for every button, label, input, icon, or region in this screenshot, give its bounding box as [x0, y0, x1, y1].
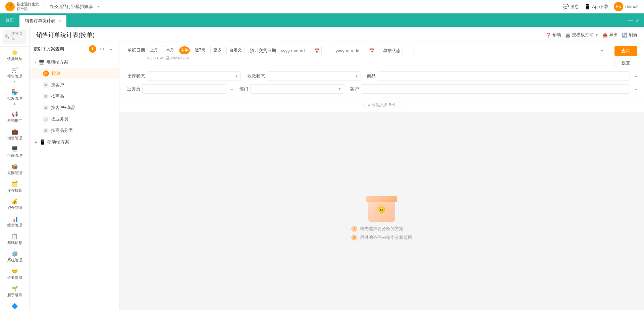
sidebar: 🔍 搜索菜单 ⭐ 快捷导航 🛒 零售管理 ▾ 🏪 批发管理 ▴ 📢 营销: [0, 27, 30, 310]
goods-filter-group: 商品 ···: [366, 71, 637, 81]
tree-item-by-customer[interactable]: ⊞ 按客户: [30, 79, 119, 91]
date-btn-thisyear[interactable]: 本年: [179, 46, 190, 54]
sidebar-item-system[interactable]: ⚙️ 系统管理: [0, 248, 29, 265]
page-title: 销售订单统计表(按单): [36, 31, 95, 39]
filter-settings-button[interactable]: 设置: [614, 58, 637, 68]
tree-item-by-order[interactable]: 按 按单: [30, 68, 119, 79]
sidebar-item-retail[interactable]: 🛒 零售管理 ▾: [0, 64, 29, 86]
page-actions: ❓ 帮助 🖨️ 按模板打印 ▼ 📤 导出 🔄 刷新: [546, 32, 637, 38]
tab-active[interactable]: 销售订单统计表 ×: [19, 15, 66, 27]
date-btn-thismonth[interactable]: 本月: [163, 46, 177, 54]
help-icon: ❓: [546, 33, 551, 38]
left-panel-add-button[interactable]: +: [89, 45, 96, 53]
goods-label: 商品: [366, 73, 376, 79]
salesperson-group: 业务员 ···: [126, 84, 233, 94]
export-button[interactable]: 📤 导出: [602, 32, 618, 38]
left-panel-collapse-button[interactable]: «: [108, 45, 115, 53]
expected-date-from-input[interactable]: [278, 46, 322, 55]
print-button[interactable]: 🖨️ 按模板打印 ▼: [565, 32, 598, 38]
tree-item-by-category[interactable]: ⊞ 按商品分类: [30, 125, 119, 136]
sidebar-item-purchase[interactable]: 📦 采购管理: [0, 161, 29, 178]
inventory-label: 库存核算: [7, 188, 22, 193]
sidebar-item-enterprise[interactable]: 🤝 企业协同: [0, 265, 29, 283]
tree-parent-desktop[interactable]: ▾ 🖥️ 电脑端方案: [30, 56, 119, 68]
avatar: Ea: [614, 2, 623, 11]
sidebar-item-wholesale[interactable]: 🏪 批发管理 ▴: [0, 86, 29, 108]
date-label: 单据日期: [126, 47, 145, 53]
tree-icon-category: ⊞: [43, 128, 48, 133]
refresh-button[interactable]: 🔄 刷新: [622, 32, 637, 38]
collapse-button[interactable]: ∧ 收起更多条件: [363, 101, 400, 109]
app-center-icon: 🔷: [11, 303, 18, 309]
enterprise-icon: 🤝: [11, 268, 18, 274]
sidebar-item-operations[interactable]: 📊 经营管理: [0, 213, 29, 230]
customer-input[interactable]: [361, 84, 630, 94]
hint-text-2: 用过滤条件来缩小分析范围: [360, 235, 412, 241]
receive-status-select[interactable]: [267, 71, 361, 81]
sidebar-item-shortcut[interactable]: ⭐ 快捷导航: [0, 47, 29, 64]
sidebar-item-newbie[interactable]: 🌱 新手引导: [0, 283, 29, 300]
right-panel: 单据日期 上月 本月 本年 近7天 更多 自定义 2023-01-01 至 20…: [119, 42, 644, 310]
filter-area: 单据日期 上月 本月 本年 近7天 更多 自定义 2023-01-01 至 20…: [119, 42, 644, 98]
query-button[interactable]: 查询: [614, 46, 637, 56]
expected-date-from-wrap: 📅: [278, 46, 322, 55]
tree-icon-cust-goods: ⊞: [43, 105, 48, 110]
tree-parent-mobile[interactable]: ▶ 📱 移动端方案: [30, 136, 119, 148]
salesperson-more-icon[interactable]: ···: [229, 86, 233, 92]
out-status-group: 出库状态: [126, 71, 241, 81]
tree-icon-goods: ⊞: [43, 94, 48, 99]
filter-row-3: 业务员 ··· 部门: [126, 84, 637, 94]
tree-item-by-salesperson[interactable]: 📊 按业务员: [30, 113, 119, 125]
department-select[interactable]: [250, 84, 344, 94]
tree-item-by-customer-goods[interactable]: ⊞ 按客户+商品: [30, 102, 119, 113]
expected-date-group: 预计交货日期 📅 — 📅: [250, 46, 376, 55]
receive-status-group: 收款状态: [246, 71, 361, 81]
left-panel-settings-button[interactable]: ⚙: [98, 45, 106, 53]
basic-label: 基础信息: [7, 240, 22, 245]
goods-more-icon[interactable]: ···: [633, 73, 637, 79]
tab-bar: 首页 销售订单统计表 × — ⤢: [0, 13, 644, 27]
print-dropdown-icon[interactable]: ▼: [595, 33, 598, 37]
tree-label-goods: 按商品: [51, 93, 64, 99]
salesperson-input[interactable]: [142, 84, 226, 94]
help-button[interactable]: ❓ 帮助: [546, 32, 561, 38]
date-btn-more[interactable]: 更多: [210, 46, 224, 54]
expected-date-to-input[interactable]: [333, 46, 376, 55]
sidebar-item-ecommerce[interactable]: 🖥️ 电商管理: [0, 143, 29, 161]
left-panel: 按以下方案查询 + ⚙ « ▾ 🖥️ 电脑端方案 按: [30, 42, 119, 310]
sidebar-item-finance[interactable]: 💰 资金管理: [0, 196, 29, 213]
dropdown-icon[interactable]: ▼: [97, 5, 100, 8]
sidebar-item-basic[interactable]: 📋 基础信息: [0, 230, 29, 248]
out-status-select[interactable]: [147, 71, 241, 81]
logo-text: 畅捷通好生意 标准版: [17, 2, 39, 11]
tree-label-salesperson: 按业务员: [51, 116, 68, 122]
date-btn-7days[interactable]: 近7天: [192, 46, 208, 54]
refresh-icon: 🔄: [622, 33, 627, 38]
tab-minimize-icon[interactable]: —: [628, 17, 633, 23]
status-label: 单据状态: [382, 48, 400, 54]
tab-home[interactable]: 首页: [0, 13, 19, 27]
goods-input[interactable]: [378, 71, 630, 81]
marketing-label: 营销推广: [7, 118, 22, 123]
sidebar-item-marketing[interactable]: 📢 营销推广: [0, 108, 29, 126]
customer-more-icon[interactable]: ···: [633, 86, 637, 92]
main-layout: 🔍 搜索菜单 ⭐ 快捷导航 🛒 零售管理 ▾ 🏪 批发管理 ▴ 📢 营销: [0, 27, 644, 310]
status-select[interactable]: [402, 46, 414, 55]
sidebar-item-app[interactable]: 🔷 应用中心: [0, 300, 29, 310]
sidebar-item-inventory[interactable]: 🗂️ 库存核算: [0, 178, 29, 196]
date-btn-custom[interactable]: 自定义: [226, 46, 245, 54]
tree-item-by-goods[interactable]: ⊞ 按商品: [30, 91, 119, 102]
date-btn-lastmonth[interactable]: 上月: [147, 46, 161, 54]
empty-hint-2: 2 用过滤条件来缩小分析范围: [351, 235, 412, 241]
search-menu-button[interactable]: 🔍 搜索菜单: [3, 30, 26, 44]
finance-icon: 💰: [11, 198, 18, 205]
tab-close-icon[interactable]: ×: [59, 18, 61, 23]
app-icon: 📱: [584, 4, 591, 10]
sidebar-item-sales[interactable]: 💼 销售管理: [0, 126, 29, 143]
user-area[interactable]: Ea demo2: [614, 2, 639, 11]
message-button[interactable]: 💬 消息: [562, 4, 579, 10]
logo-text-line2: 标准版: [17, 7, 39, 11]
tab-maximize-icon[interactable]: ⤢: [636, 17, 640, 23]
app-download-button[interactable]: 📱 App下载: [584, 4, 608, 10]
sidebar-search-area: 🔍 搜索菜单: [0, 27, 29, 47]
